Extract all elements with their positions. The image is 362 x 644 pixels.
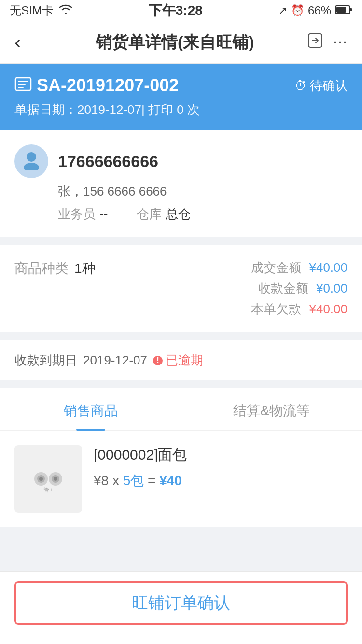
avatar [14, 144, 48, 178]
location-icon: ↗ [278, 4, 287, 17]
due-date-value: 2019-12-07 [83, 353, 147, 368]
status-right: ↗ ⏰ 66% [278, 4, 352, 17]
more-icon[interactable]: ··· [334, 35, 348, 50]
product-quantity: 5包 [123, 473, 144, 488]
due-date-section: 收款到期日 2019-12-07 ! 已逾期 [0, 340, 362, 380]
customer-section: 17666666666 张，156 6666 6666 业务员 -- 仓库 总仓 [0, 130, 362, 237]
order-icon [14, 75, 32, 96]
owed-row: 本单欠款 ¥40.00 [251, 301, 348, 318]
nav-actions: ··· [306, 32, 348, 53]
product-type-value: 1种 [74, 259, 96, 278]
battery-icon [335, 4, 352, 17]
received-row: 收款金额 ¥0.00 [258, 280, 348, 297]
status-bar: 无SIM卡 下午3:28 ↗ ⏰ 66% [0, 0, 362, 21]
order-date-row: 单据日期：2019-12-07| 打印 0 次 [14, 101, 348, 118]
alarm-icon: ⏰ [291, 4, 304, 17]
warehouse-value: 总仓 [166, 206, 191, 223]
order-id: SA-20191207-002 [14, 75, 179, 96]
svg-point-6 [24, 163, 39, 170]
tab-sales-products[interactable]: 销售商品 [0, 388, 181, 430]
back-button[interactable]: ‹ [14, 31, 43, 53]
customer-meta: 业务员 -- 仓库 总仓 [58, 206, 348, 223]
status-left: 无SIM卡 [10, 3, 73, 18]
due-date-label: 收款到期日 [14, 352, 77, 369]
battery-level: 66% [308, 4, 331, 17]
summary-section: 商品种类 1种 成交金额 ¥40.00 收款金额 ¥0.00 本单欠款 ¥40.… [0, 245, 362, 332]
customer-name: 张，156 6666 6666 [58, 183, 348, 200]
salesman-item: 业务员 -- [58, 206, 108, 223]
confirm-button-label: 旺铺订单确认 [132, 592, 230, 614]
tab-settlement-logistics[interactable]: 结算&物流等 [181, 388, 362, 430]
salesman-value: -- [99, 207, 108, 222]
svg-rect-1 [350, 8, 352, 11]
status-clock-icon: ⏱ [294, 78, 307, 93]
salesman-label: 业务员 [58, 206, 96, 223]
order-id-text: SA-20191207-002 [37, 75, 179, 96]
page-title: 销货单详情(来自旺铺) [43, 31, 306, 54]
svg-point-11 [39, 477, 43, 481]
product-type-label: 商品种类 [14, 259, 69, 278]
owed-value: ¥40.00 [309, 302, 348, 317]
overdue-text: 已逾期 [166, 352, 203, 369]
status-text: 待确认 [310, 77, 348, 94]
tabs-header: 销售商品 结算&物流等 [0, 388, 362, 431]
product-thumbnail: 管+ [14, 445, 82, 513]
order-status: ⏱ 待确认 [294, 77, 348, 94]
amount-label: 成交金额 [251, 259, 301, 276]
status-time: 下午3:28 [149, 1, 203, 20]
owed-label: 本单欠款 [251, 301, 301, 318]
wifi-icon [58, 4, 73, 17]
product-type: 商品种类 1种 [14, 259, 96, 278]
received-value: ¥0.00 [316, 281, 348, 296]
customer-phone: 17666666666 [58, 152, 158, 171]
tabs-section: 销售商品 结算&物流等 管+ [0000002]面包 [0, 388, 362, 527]
avatar-icon [21, 149, 42, 174]
warehouse-label: 仓库 [137, 206, 162, 223]
order-header: SA-20191207-002 ⏱ 待确认 单据日期：2019-12-07| 打… [0, 64, 362, 130]
overdue-badge: ! 已逾期 [153, 352, 203, 369]
tab-underline [76, 429, 105, 431]
warehouse-item: 仓库 总仓 [137, 206, 191, 223]
nav-bar: ‹ 销货单详情(来自旺铺) ··· [0, 21, 362, 64]
svg-text:管+: 管+ [43, 487, 53, 493]
amount-row: 成交金额 ¥40.00 [251, 259, 348, 276]
product-price-row: ¥8 x 5包 = ¥40 [94, 472, 348, 490]
bottom-bar: 旺铺订单确认 [0, 571, 362, 644]
carrier-label: 无SIM卡 [10, 3, 54, 18]
product-item: 管+ [0000002]面包 ¥8 x 5包 = ¥40 [0, 431, 362, 527]
share-icon[interactable] [306, 32, 324, 53]
confirm-order-button[interactable]: 旺铺订单确认 [14, 581, 348, 625]
product-name: [0000002]面包 [94, 445, 348, 465]
svg-point-5 [27, 152, 36, 162]
product-info: [0000002]面包 ¥8 x 5包 = ¥40 [94, 445, 348, 490]
amounts: 成交金额 ¥40.00 收款金额 ¥0.00 本单欠款 ¥40.00 [251, 259, 348, 318]
svg-rect-2 [336, 7, 346, 13]
product-total: ¥40 [159, 473, 182, 488]
svg-point-12 [54, 477, 57, 481]
amount-value: ¥40.00 [309, 260, 348, 275]
received-label: 收款金额 [258, 280, 308, 297]
overdue-icon: ! [153, 356, 163, 365]
